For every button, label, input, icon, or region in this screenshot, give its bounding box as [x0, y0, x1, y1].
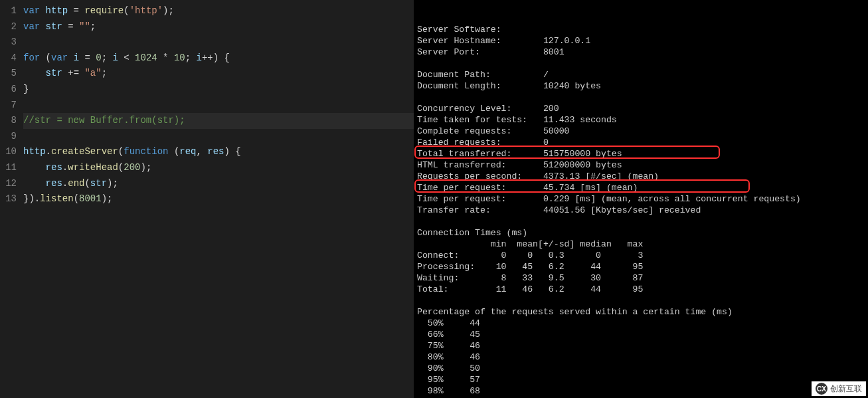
- line-number: 10: [0, 144, 17, 160]
- line-number-gutter: 12345678910111213: [0, 0, 23, 398]
- line-number: 3: [0, 35, 17, 50]
- line-number: 13: [0, 191, 17, 207]
- line-number: 8: [0, 113, 17, 129]
- code-line[interactable]: for (var i = 0; i < 1024 * 10; i++) {: [23, 50, 414, 66]
- line-number: 5: [0, 66, 17, 82]
- code-line[interactable]: res.writeHead(200);: [23, 160, 414, 176]
- watermark-text: 创新互联: [830, 383, 862, 395]
- line-number: 2: [0, 19, 17, 35]
- code-line[interactable]: http.createServer(function (req, res) {: [23, 144, 414, 160]
- code-line[interactable]: res.end(str);: [23, 176, 414, 192]
- code-content[interactable]: var http = require('http');var str = "";…: [23, 0, 414, 398]
- code-line[interactable]: }: [23, 82, 414, 98]
- code-editor-panel: 12345678910111213 var http = require('ht…: [0, 0, 414, 398]
- line-number: 1: [0, 3, 17, 19]
- code-line[interactable]: var str = "";: [23, 19, 414, 35]
- line-number: 6: [0, 82, 17, 98]
- watermark: CX 创新互联: [812, 381, 866, 396]
- code-line[interactable]: var http = require('http');: [23, 3, 414, 19]
- terminal-text: Server Software: Server Hostname: 127.0.…: [417, 24, 865, 398]
- line-number: 4: [0, 50, 17, 66]
- code-line[interactable]: [23, 129, 414, 145]
- line-number: 12: [0, 176, 17, 192]
- line-number: 9: [0, 129, 17, 145]
- code-line[interactable]: [23, 98, 414, 114]
- line-number: 7: [0, 98, 17, 114]
- code-line[interactable]: [23, 35, 414, 50]
- watermark-logo-icon: CX: [816, 383, 827, 395]
- line-number: 11: [0, 160, 17, 176]
- code-line[interactable]: //str = new Buffer.from(str);: [23, 113, 414, 129]
- code-line[interactable]: str += "a";: [23, 66, 414, 82]
- terminal-output-panel: Server Software: Server Hostname: 127.0.…: [414, 0, 868, 398]
- code-line[interactable]: }).listen(8001);: [23, 191, 414, 207]
